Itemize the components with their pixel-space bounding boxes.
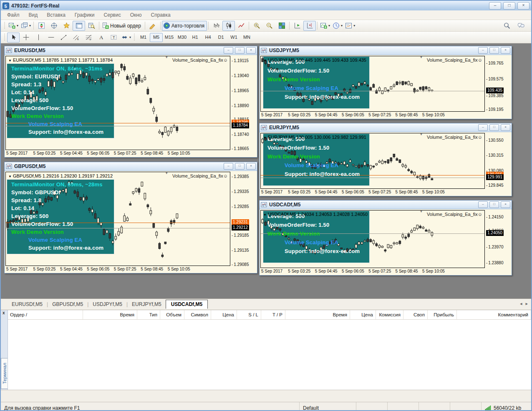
chart-minimize-button[interactable]: – bbox=[478, 47, 488, 54]
chart-close-button[interactable]: × bbox=[501, 201, 510, 208]
timeframe-m1-button[interactable]: M1 bbox=[137, 33, 150, 42]
status-profile[interactable]: Default bbox=[300, 402, 356, 411]
autotrading-button[interactable]: Авто-торговля bbox=[162, 21, 207, 31]
chart-tab-usdjpyf-m5[interactable]: USDJPYf,M5 bbox=[88, 300, 126, 309]
dropdown-caret-icon[interactable]: ▾ bbox=[328, 24, 330, 28]
column-header[interactable]: Время bbox=[285, 310, 350, 319]
menu-окно[interactable]: Окно bbox=[126, 11, 146, 19]
column-header[interactable]: Ордер / bbox=[8, 310, 83, 319]
horizontal-line-tool-button[interactable] bbox=[45, 33, 57, 43]
market-watch-button[interactable] bbox=[35, 21, 48, 31]
timeframe-w1-button[interactable]: W1 bbox=[227, 33, 240, 42]
column-header[interactable]: T / P bbox=[261, 310, 285, 319]
tile-windows-button[interactable] bbox=[275, 21, 288, 31]
crosshair-tool-button[interactable] bbox=[20, 33, 32, 43]
dropdown-caret-icon[interactable]: ▾ bbox=[353, 24, 355, 28]
auto-scroll-button[interactable] bbox=[291, 21, 303, 31]
community-chat-button[interactable] bbox=[514, 21, 527, 31]
arrows-tool-button[interactable]: ▾ bbox=[120, 33, 132, 43]
fibonacci-tool-button[interactable]: F bbox=[82, 33, 95, 43]
column-header[interactable]: Цена bbox=[211, 310, 237, 319]
bar-chart-mode-button[interactable] bbox=[210, 21, 222, 31]
column-header[interactable]: Своп bbox=[403, 310, 428, 319]
terminal-panel-button[interactable] bbox=[73, 21, 85, 31]
chart-tab-usdcadf-m5[interactable]: USDCADf,M5 bbox=[166, 300, 208, 309]
terminal-close-icon[interactable]: x bbox=[3, 311, 5, 315]
chart-tab-gbpusdf-m5[interactable]: GBPUSDf,M5 bbox=[48, 300, 87, 309]
toolbar-drag-handle[interactable] bbox=[134, 34, 136, 41]
chart-expand-icon[interactable]: ▼ bbox=[8, 59, 12, 63]
timeframe-m5-button[interactable]: M5 bbox=[150, 33, 163, 42]
chart-minimize-button[interactable]: – bbox=[224, 47, 233, 54]
search-button[interactable] bbox=[500, 21, 513, 31]
text-label-tool-button[interactable]: T bbox=[107, 33, 120, 43]
strategy-tester-button[interactable] bbox=[85, 21, 98, 31]
column-header[interactable]: Комиссия bbox=[376, 310, 403, 319]
title-bar[interactable]: 5 479102: FortFS-Real – □ × bbox=[1, 1, 531, 10]
chart-expand-icon[interactable]: ▼ bbox=[8, 175, 12, 178]
chart-plot-area[interactable]: TerminalMonitor ON, 84ms, ~31msSymbol: E… bbox=[5, 56, 230, 150]
menu-справка[interactable]: Справка bbox=[146, 11, 175, 19]
column-header[interactable]: Цена bbox=[350, 310, 376, 319]
chart-restore-button[interactable]: □ bbox=[235, 163, 245, 170]
column-header[interactable]: Прибыль bbox=[428, 310, 457, 319]
timeframe-mn-button[interactable]: MN bbox=[240, 33, 253, 42]
chart-expand-icon[interactable]: ▼ bbox=[263, 59, 267, 63]
data-window-button[interactable] bbox=[48, 21, 60, 31]
menu-файл[interactable]: Файл bbox=[3, 11, 24, 19]
tab-scroll-left-icon[interactable]: ◂ bbox=[520, 301, 522, 306]
chart-window-titlebar[interactable]: EURJPYf,M5–□× bbox=[260, 123, 512, 132]
dropdown-caret-icon[interactable]: ▾ bbox=[341, 24, 343, 28]
close-button[interactable]: × bbox=[517, 2, 529, 10]
chart-profiles-button[interactable]: ▾ bbox=[20, 21, 32, 31]
toolbar-drag-handle[interactable] bbox=[4, 22, 6, 30]
line-chart-mode-button[interactable] bbox=[235, 21, 247, 31]
chart-expand-icon[interactable]: ▼ bbox=[263, 136, 267, 140]
column-header[interactable]: Время bbox=[83, 310, 137, 319]
chart-window-titlebar[interactable]: USDCADf,M5–□× bbox=[260, 200, 512, 209]
new-order-button[interactable]: Новый ордер bbox=[101, 21, 144, 31]
column-header[interactable]: S / L bbox=[237, 310, 261, 319]
column-header[interactable]: Комментарий bbox=[457, 310, 531, 319]
chart-plot-area[interactable]: TerminalMonitor ON, 69ms, ~28msSymbol: G… bbox=[5, 172, 230, 266]
chart-expand-icon[interactable]: ▼ bbox=[263, 213, 267, 217]
toolbar-drag-handle[interactable] bbox=[4, 34, 6, 41]
chart-restore-button[interactable]: □ bbox=[489, 201, 499, 208]
templates-button[interactable]: ▾ bbox=[344, 21, 356, 31]
chart-window-titlebar[interactable]: USDJPYf,M5–□× bbox=[260, 46, 512, 55]
menu-графики[interactable]: Графики bbox=[70, 11, 99, 19]
chart-plot-area[interactable]: Leverage: 500VolumeOrderFlow: 1.50Work D… bbox=[260, 210, 485, 268]
chart-window-titlebar[interactable]: EURUSDf,M5–□× bbox=[5, 46, 257, 55]
column-header[interactable]: Символ bbox=[184, 310, 211, 319]
cursor-tool-button[interactable] bbox=[7, 33, 20, 43]
chart-close-button[interactable]: × bbox=[501, 47, 510, 54]
chart-close-button[interactable]: × bbox=[246, 47, 256, 54]
dropdown-caret-icon[interactable]: ▾ bbox=[17, 24, 18, 28]
chart-window-titlebar[interactable]: GBPUSDf,M5–□× bbox=[5, 162, 257, 171]
chart-close-button[interactable]: × bbox=[501, 124, 510, 131]
chart-minimize-button[interactable]: – bbox=[224, 163, 233, 170]
chart-minimize-button[interactable]: – bbox=[478, 124, 488, 131]
chart-plot-area[interactable]: Leverage: 500VolumeOrderFlow: 1.50Work D… bbox=[260, 56, 485, 112]
navigator-button[interactable] bbox=[60, 21, 73, 31]
column-header[interactable]: Тип bbox=[137, 310, 160, 319]
new-chart-button[interactable]: ▾ bbox=[7, 21, 20, 31]
timeframe-m30-button[interactable]: M30 bbox=[176, 33, 189, 42]
menu-сервис[interactable]: Сервис bbox=[99, 11, 126, 19]
chart-minimize-button[interactable]: – bbox=[478, 201, 488, 208]
terminal-side-tab[interactable]: Терминал bbox=[1, 358, 8, 389]
chart-shift-button[interactable] bbox=[303, 21, 316, 31]
dropdown-caret-icon[interactable]: ▾ bbox=[29, 24, 31, 28]
menu-вид[interactable]: Вид bbox=[24, 11, 43, 19]
chart-plot-area[interactable]: Leverage: 500VolumeOrderFlow: 1.50Work D… bbox=[260, 133, 485, 189]
timeframe-h4-button[interactable]: H4 bbox=[202, 33, 214, 42]
zoom-in-button[interactable] bbox=[250, 21, 263, 31]
zoom-out-button[interactable] bbox=[263, 21, 275, 31]
periods-button[interactable]: ▾ bbox=[331, 21, 344, 31]
chart-restore-button[interactable]: □ bbox=[489, 47, 499, 54]
text-tool-button[interactable]: A bbox=[95, 33, 107, 43]
minimize-button[interactable]: – bbox=[489, 2, 501, 10]
tab-scroll-right-icon[interactable]: ▸ bbox=[525, 301, 528, 306]
vertical-line-tool-button[interactable] bbox=[32, 33, 45, 43]
timeframe-h1-button[interactable]: H1 bbox=[189, 33, 202, 42]
